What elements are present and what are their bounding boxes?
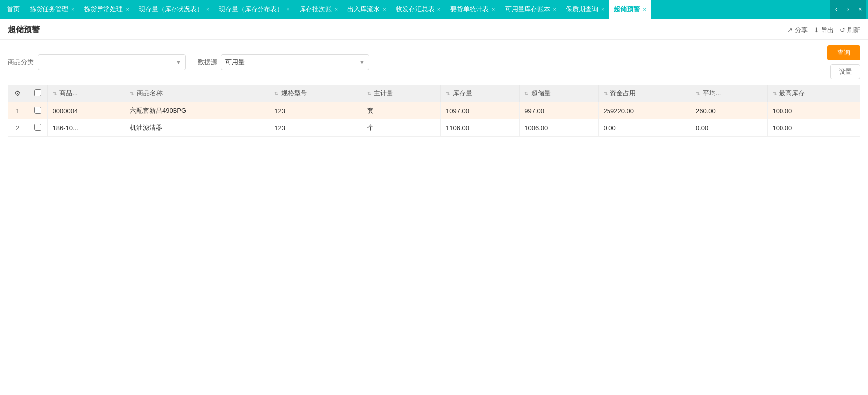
page-header: 超储预警 ↗ 分享 ⬇ 导出 ↺ 刷新: [0, 19, 868, 40]
nav-tab-tab-3[interactable]: 现存量（库存状况表）×: [134, 0, 214, 19]
table-header-settings[interactable]: ⚙: [8, 85, 28, 102]
row-checkbox-cell[interactable]: [28, 102, 47, 119]
product-capital: 259220.00: [598, 102, 691, 119]
sort-icon-3: ⇅: [274, 91, 278, 96]
close-icon[interactable]: ×: [553, 6, 556, 12]
sort-icon-2: ⇅: [130, 91, 134, 96]
product-overflow: 997.00: [520, 102, 598, 119]
filter-group-datasource: 数据源 可用量 ▼: [198, 54, 369, 70]
table-header-avg[interactable]: ⇅ 平均...: [691, 85, 767, 102]
table-header-stock[interactable]: ⇅ 库存量: [441, 85, 520, 102]
product-avg: 0.00: [691, 119, 767, 137]
close-icon[interactable]: ×: [383, 6, 386, 12]
table-header-row: ⚙ ⇅ 商品... ⇅ 商品名称 ⇅ 规格型号: [8, 85, 860, 102]
product-stock: 1106.00: [441, 119, 520, 137]
product-overflow: 1006.00: [520, 119, 598, 137]
table-header-product-id[interactable]: ⇅ 商品...: [47, 85, 125, 102]
nav-home[interactable]: 首页: [2, 0, 25, 19]
close-icon[interactable]: ×: [335, 6, 338, 12]
product-max-stock: 100.00: [767, 119, 860, 137]
refresh-icon: ↺: [840, 26, 845, 34]
close-icon[interactable]: ×: [126, 6, 129, 12]
nav-arrows: ‹ › ×: [830, 0, 866, 19]
page-title: 超储预警: [8, 25, 40, 35]
product-spec: 123: [269, 119, 362, 137]
header-actions: ↗ 分享 ⬇ 导出 ↺ 刷新: [787, 26, 860, 35]
page-container: 超储预警 ↗ 分享 ⬇ 导出 ↺ 刷新 商品分类 ▼ 数据源: [0, 19, 868, 395]
close-icon[interactable]: ×: [601, 6, 604, 12]
row-checkbox[interactable]: [34, 107, 41, 114]
nav-tab-tab-5[interactable]: 库存批次账×: [295, 0, 343, 19]
row-checkbox-cell[interactable]: [28, 119, 47, 137]
nav-tab-tab-6[interactable]: 出入库流水×: [343, 0, 391, 19]
right-buttons: 查询 设置: [827, 45, 860, 79]
row-checkbox[interactable]: [34, 124, 41, 131]
share-icon: ↗: [787, 26, 793, 34]
nav-arrow-left[interactable]: ‹: [830, 0, 842, 19]
product-unit: 套: [362, 102, 440, 119]
table-row: 1 0000004 六配套新昌490BPG 123 套 1097.00 997.…: [8, 102, 860, 119]
sort-icon-8: ⇅: [696, 91, 700, 96]
table-header-spec[interactable]: ⇅ 规格型号: [269, 85, 362, 102]
product-spec: 123: [269, 102, 362, 119]
export-button[interactable]: ⬇ 导出: [814, 26, 834, 35]
nav-arrow-right[interactable]: ›: [842, 0, 854, 19]
nav-tab-tab-2[interactable]: 拣货异常处理×: [79, 0, 133, 19]
datasource-select[interactable]: 可用量 ▼: [221, 54, 369, 70]
table-header-max-stock[interactable]: ⇅ 最高库存: [767, 85, 860, 102]
close-icon[interactable]: ×: [206, 6, 209, 12]
share-button[interactable]: ↗ 分享: [787, 26, 808, 35]
data-table: ⚙ ⇅ 商品... ⇅ 商品名称 ⇅ 规格型号: [8, 85, 860, 137]
table-header-unit[interactable]: ⇅ 主计量: [362, 85, 440, 102]
table-container: ⚙ ⇅ 商品... ⇅ 商品名称 ⇅ 规格型号: [0, 85, 868, 137]
table-header-overflow[interactable]: ⇅ 超储量: [520, 85, 598, 102]
sort-icon-5: ⇅: [446, 91, 450, 96]
nav-tab-tab-10[interactable]: 保质期查询×: [561, 0, 609, 19]
product-stock: 1097.00: [441, 102, 520, 119]
sort-icon-9: ⇅: [773, 91, 777, 96]
row-index: 1: [8, 102, 28, 119]
product-avg: 260.00: [691, 102, 767, 119]
close-icon[interactable]: ×: [286, 6, 289, 12]
product-id: 186-10...: [47, 119, 125, 137]
chevron-down-icon-2: ▼: [359, 59, 365, 65]
chevron-down-icon: ▼: [176, 59, 181, 65]
product-name: 六配套新昌490BPG: [125, 102, 269, 119]
sort-icon-4: ⇅: [367, 91, 371, 96]
filter-group-category: 商品分类 ▼: [8, 54, 186, 70]
table-header-product-name[interactable]: ⇅ 商品名称: [125, 85, 269, 102]
close-icon[interactable]: ×: [492, 6, 495, 12]
nav-tab-tab-7[interactable]: 收发存汇总表×: [391, 0, 445, 19]
close-icon[interactable]: ×: [71, 6, 74, 12]
nav-tab-tab-9[interactable]: 可用量库存账本×: [500, 0, 561, 19]
close-icon[interactable]: ×: [643, 6, 646, 12]
settings-button[interactable]: 设置: [830, 64, 860, 79]
product-name: 机油滤清器: [125, 119, 269, 137]
table-row: 2 186-10... 机油滤清器 123 个 1106.00 1006.00 …: [8, 119, 860, 137]
gear-icon: ⚙: [14, 89, 21, 97]
nav-tab-tab-11[interactable]: 超储预警×: [609, 0, 651, 19]
select-all-checkbox[interactable]: [34, 89, 41, 96]
query-button[interactable]: 查询: [827, 45, 860, 60]
product-unit: 个: [362, 119, 440, 137]
product-capital: 0.00: [598, 119, 691, 137]
refresh-button[interactable]: ↺ 刷新: [840, 26, 860, 35]
datasource-label: 数据源: [198, 58, 217, 67]
export-icon: ⬇: [814, 26, 819, 34]
filter-area: 商品分类 ▼ 数据源 可用量 ▼ 查询 设置: [0, 40, 868, 85]
nav-bar: 首页 拣货任务管理×拣货异常处理×现存量（库存状况表）×现存量（库存分布表）×库…: [0, 0, 868, 19]
datasource-value: 可用量: [225, 58, 245, 67]
sort-icon-7: ⇅: [604, 91, 608, 96]
category-select[interactable]: ▼: [38, 54, 186, 70]
nav-arrow-close[interactable]: ×: [854, 0, 866, 19]
category-label: 商品分类: [8, 58, 34, 67]
row-index: 2: [8, 119, 28, 137]
nav-tab-tab-4[interactable]: 现存量（库存分布表）×: [214, 0, 294, 19]
nav-tab-tab-8[interactable]: 要货单统计表×: [445, 0, 500, 19]
product-max-stock: 100.00: [767, 102, 860, 119]
close-icon[interactable]: ×: [437, 6, 440, 12]
sort-icon-6: ⇅: [524, 91, 528, 96]
nav-tab-tab-1[interactable]: 拣货任务管理×: [25, 0, 79, 19]
table-header-capital[interactable]: ⇅ 资金占用: [598, 85, 691, 102]
table-header-checkbox[interactable]: [28, 85, 47, 102]
